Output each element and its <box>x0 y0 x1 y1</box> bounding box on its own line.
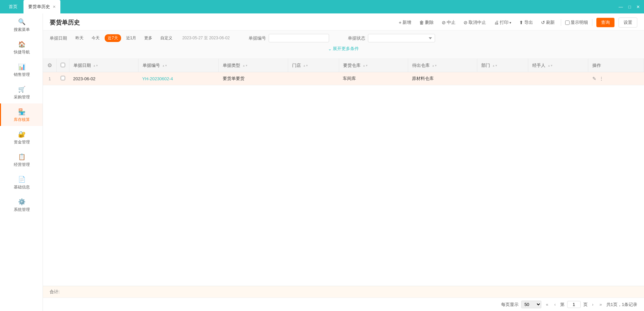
tab-requisition-history[interactable]: 要货单历史 ✕ <box>23 0 60 13</box>
toolbar: + 新增 🗑 删除 ⊘ 中止 ⊘ 取消中止 🖨 打印 <box>397 17 637 28</box>
date-btn-custom[interactable]: 自定义 <box>157 34 175 42</box>
stop-icon: ⊘ <box>442 20 446 25</box>
row-doc-no: YH-20230602-4 <box>138 72 219 85</box>
purchase-mgmt-icon: 🛒 <box>18 86 25 93</box>
date-btn-more[interactable]: 更多 <box>141 34 155 42</box>
row-more-icon[interactable]: ⋮ <box>599 76 604 81</box>
finance-mgmt-icon: 🔐 <box>18 131 25 138</box>
col-dept-sort-icon: ▲▼ <box>492 64 497 67</box>
sales-mgmt-icon: 📊 <box>18 63 25 71</box>
toolbar-divider-2 <box>592 19 592 26</box>
sidebar-item-finance-mgmt[interactable]: 🔐 资金管理 <box>0 126 43 148</box>
refresh-label: 刷新 <box>546 19 555 26</box>
col-doc-no-sort-icon: ▲▼ <box>162 64 167 67</box>
col-setting: ⚙ <box>43 59 56 72</box>
print-dropdown-icon: ▾ <box>509 21 511 25</box>
table-wrap: ⚙ 单据日期 ▲▼ 单据编号 ▲▼ <box>43 59 644 286</box>
expand-btn[interactable]: ⌄ 展开更多条件 <box>325 44 362 53</box>
per-page-select[interactable]: 50 20 100 200 <box>521 301 541 308</box>
tab-close-icon[interactable]: ✕ <box>53 5 56 9</box>
new-button[interactable]: + 新增 <box>397 18 413 27</box>
sidebar-item-finance-mgmt-label: 资金管理 <box>14 139 30 145</box>
print-label: 打印 <box>500 19 508 26</box>
refresh-button[interactable]: ↺ 刷新 <box>539 18 557 27</box>
delete-button[interactable]: 🗑 删除 <box>417 18 436 27</box>
cancel-stop-icon: ⊘ <box>464 20 468 25</box>
date-btn-last1month[interactable]: 近1月 <box>123 34 140 42</box>
stop-label: 中止 <box>447 19 455 26</box>
row-doc-date: 2023-06-02 <box>69 72 138 85</box>
table-setting-icon[interactable]: ⚙ <box>47 62 52 68</box>
data-table: ⚙ 单据日期 ▲▼ 单据编号 ▲▼ <box>43 59 644 85</box>
row-checkbox[interactable] <box>61 76 65 80</box>
sidebar-item-quick-nav[interactable]: 🏠 快捷导航 <box>0 36 43 58</box>
sidebar-item-search-menu[interactable]: 🔍 搜索菜单 <box>0 13 43 36</box>
cancel-stop-label: 取消中止 <box>469 19 486 26</box>
search-menu-icon: 🔍 <box>18 18 25 26</box>
status-filter: 单据状态 <box>348 34 435 42</box>
table-row: 1 2023-06-02 YH-20230602-4 要货单要货 车间库 原材料… <box>43 72 644 85</box>
export-button[interactable]: ⬆ 导出 <box>517 18 535 27</box>
window-maximize-icon[interactable]: □ <box>628 4 631 9</box>
col-store-label: 门店 <box>292 63 301 68</box>
sidebar-item-sales-mgmt[interactable]: 📊 销售管理 <box>0 58 43 81</box>
next-page-btn[interactable]: › <box>590 301 595 308</box>
row-store <box>288 72 339 85</box>
page-label: 第 <box>560 302 565 308</box>
window-close-icon[interactable]: ✕ <box>636 4 640 9</box>
total-label: 合计: <box>50 289 60 294</box>
setting-button[interactable]: 设置 <box>619 17 637 28</box>
doc-no-label: 单据编号 <box>249 35 266 41</box>
sidebar-item-ops-mgmt[interactable]: 📋 经营管理 <box>0 148 43 171</box>
doc-no-input[interactable] <box>269 34 329 42</box>
col-checkbox <box>56 59 69 72</box>
query-button[interactable]: 查询 <box>596 18 614 27</box>
filter-bar: 单据日期 昨天 今天 近7天 近1月 更多 自定义 2023-05-27 至 2… <box>43 31 644 59</box>
table-footer: 合计: <box>43 286 644 298</box>
cancel-stop-button[interactable]: ⊘ 取消中止 <box>462 18 488 27</box>
sidebar-item-purchase-mgmt[interactable]: 🛒 采购管理 <box>0 81 43 103</box>
col-store: 门店 ▲▼ <box>288 59 339 72</box>
col-doc-date: 单据日期 ▲▼ <box>69 59 138 72</box>
date-btn-today[interactable]: 今天 <box>89 34 103 42</box>
col-doc-date-label: 单据日期 <box>73 63 91 68</box>
date-btn-last7days[interactable]: 近7天 <box>105 34 121 42</box>
stop-button[interactable]: ⊘ 中止 <box>440 18 458 27</box>
print-button[interactable]: 🖨 打印 ▾ <box>492 18 513 27</box>
sidebar-item-purchase-mgmt-label: 采购管理 <box>14 94 30 100</box>
page-header: 要货单历史 + 新增 🗑 删除 ⊘ 中止 ⊘ 取消中止 <box>43 13 644 31</box>
row-handler <box>528 72 588 85</box>
display-detail-toggle[interactable]: 显示明细 <box>565 19 588 26</box>
date-btn-yesterday[interactable]: 昨天 <box>72 34 87 42</box>
select-all-checkbox[interactable] <box>61 63 65 67</box>
content-area: 要货单历史 + 新增 🗑 删除 ⊘ 中止 ⊘ 取消中止 <box>43 13 644 311</box>
status-select[interactable] <box>368 34 435 42</box>
last-page-btn[interactable]: » <box>598 301 603 308</box>
sidebar-item-ops-mgmt-label: 经营管理 <box>14 162 30 168</box>
row-doc-no-link[interactable]: YH-20230602-4 <box>142 76 173 81</box>
tab-home[interactable]: 首页 <box>4 0 22 13</box>
sidebar-item-inventory-label: 库存核算 <box>14 117 30 123</box>
prev-page-btn[interactable]: ‹ <box>553 301 557 308</box>
display-detail-checkbox[interactable] <box>565 20 570 25</box>
row-edit-icon[interactable]: ✎ <box>592 76 596 81</box>
row-num: 1 <box>43 72 56 85</box>
col-pending-warehouse-sort-icon: ▲▼ <box>432 64 437 67</box>
sidebar-item-inventory[interactable]: 🏪 库存核算 <box>0 103 43 126</box>
col-req-warehouse-label: 要货仓库 <box>343 63 361 68</box>
col-action: 操作 <box>588 59 644 72</box>
query-label: 查询 <box>601 19 610 26</box>
per-page-label: 每页显示 <box>501 302 519 308</box>
window-minimize-icon[interactable]: — <box>619 4 623 9</box>
sidebar-item-basic-info[interactable]: 📄 基础信息 <box>0 171 43 193</box>
sidebar-item-sys-mgmt[interactable]: ⚙️ 系统管理 <box>0 193 43 216</box>
current-page-input[interactable] <box>567 301 581 308</box>
pagination: 每页显示 50 20 100 200 « ‹ 第 页 › » 共1页，1条记录 <box>43 298 644 311</box>
sidebar-item-sales-mgmt-label: 销售管理 <box>14 72 30 78</box>
display-detail-label: 显示明细 <box>571 19 588 26</box>
first-page-btn[interactable]: « <box>544 301 550 308</box>
sidebar-item-quick-nav-label: 快捷导航 <box>14 49 30 55</box>
setting-label: 设置 <box>624 19 632 26</box>
expand-down-icon: ⌄ <box>328 46 332 51</box>
col-dept-label: 部门 <box>481 63 490 68</box>
